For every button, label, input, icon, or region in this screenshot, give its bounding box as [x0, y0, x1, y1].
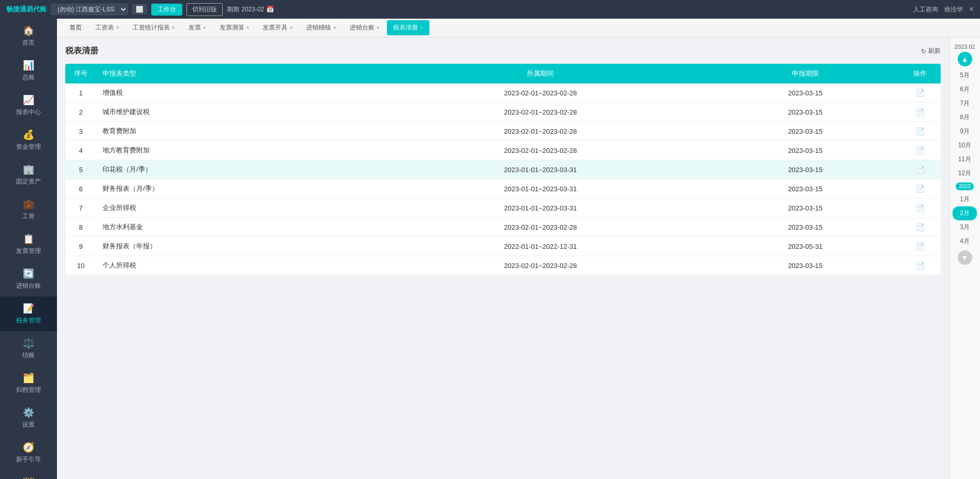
sidebar-label-salary: 工资: [22, 212, 35, 221]
copy-icon-btn[interactable]: ⬜: [132, 4, 147, 15]
tab-close-invoice-calc[interactable]: ×: [247, 25, 250, 31]
month-1[interactable]: 1月: [949, 192, 980, 206]
panel-up-button[interactable]: ▲: [958, 52, 972, 66]
inout-icon: 🔄: [23, 268, 34, 279]
workspace-button[interactable]: 工作台: [151, 4, 182, 16]
tab-salary-table[interactable]: 工资表 ×: [89, 20, 125, 35]
page-main: 税表清册 ↻ 刷新 序号 申报表类型 所属期间 申报期限 操作: [57, 37, 949, 479]
sidebar-item-member[interactable]: 👑 畅会员: [0, 470, 57, 479]
month-4[interactable]: 4月: [949, 234, 980, 248]
action-icon[interactable]: 📄: [916, 146, 925, 154]
switch-button[interactable]: 切到旧版: [186, 3, 223, 16]
tab-close-invoice-open[interactable]: ×: [290, 25, 293, 31]
cell-deadline: 2023-03-15: [711, 83, 899, 103]
sidebar-label-settings: 设置: [22, 420, 35, 429]
month-3[interactable]: 3月: [949, 220, 980, 234]
cell-action: 📄: [899, 179, 941, 199]
col-index: 序号: [65, 64, 96, 83]
col-deadline: 申报期限: [711, 64, 899, 83]
cell-type: 教育费附加: [96, 122, 370, 141]
action-icon[interactable]: 📄: [916, 261, 925, 270]
cell-index: 9: [65, 237, 96, 256]
tab-inout-check[interactable]: 进销稽核 ×: [300, 20, 342, 35]
sidebar-label-funds: 资金管理: [16, 143, 41, 151]
table-row: 1增值税2023-02-01~2023-02-282023-03-15📄: [65, 83, 941, 103]
action-icon[interactable]: 📄: [916, 223, 925, 231]
tab-tax-list[interactable]: 税表清册 ×: [387, 20, 429, 35]
sidebar-item-guide[interactable]: 🧭 新手引导: [0, 435, 57, 470]
tab-close-invoice[interactable]: ×: [203, 25, 206, 31]
sidebar-item-assets[interactable]: 🏢 固定资产: [0, 158, 57, 192]
sidebar-item-inout[interactable]: 🔄 进销台账: [0, 262, 57, 297]
panel-down-button[interactable]: ▼: [958, 250, 972, 265]
action-icon[interactable]: 📄: [916, 165, 925, 174]
period-label: 期期 2023-02 📅: [227, 5, 274, 14]
cell-period: 2023-01-01~2023-03-31: [370, 179, 712, 199]
cell-index: 1: [65, 83, 96, 103]
month-10[interactable]: 10月: [949, 138, 980, 152]
sidebar-item-report[interactable]: 📈 报表中心: [0, 88, 57, 123]
assets-icon: 🏢: [23, 164, 34, 175]
close-button[interactable]: ×: [969, 5, 974, 14]
tab-home[interactable]: 首页: [63, 20, 88, 35]
month-6[interactable]: 6月: [949, 82, 980, 96]
guide-icon: 🧭: [23, 442, 34, 453]
sidebar-item-ledger[interactable]: 📊 总账: [0, 53, 57, 88]
tab-close-tax-list[interactable]: ×: [420, 25, 423, 31]
ledger-icon: 📊: [23, 60, 34, 71]
sidebar-item-settings[interactable]: ⚙️ 设置: [0, 401, 57, 435]
month-5[interactable]: 5月: [949, 68, 980, 82]
sidebar-item-salary[interactable]: 💼 工资: [0, 192, 57, 227]
month-11[interactable]: 11月: [949, 152, 980, 166]
user-consult[interactable]: 人工咨询: [913, 5, 938, 14]
tab-invoice[interactable]: 发票 ×: [182, 20, 212, 35]
action-icon[interactable]: 📄: [916, 242, 925, 250]
month-12[interactable]: 12月: [949, 166, 980, 180]
action-icon[interactable]: 📄: [916, 108, 925, 116]
cell-action: 📄: [899, 160, 941, 179]
cell-deadline: 2023-03-15: [711, 122, 899, 141]
tab-inout-ledger[interactable]: 进销台账 ×: [343, 20, 386, 35]
sidebar-label-home: 首页: [22, 38, 35, 47]
month-8[interactable]: 8月: [949, 110, 980, 124]
cell-period: 2023-02-01~2023-02-28: [370, 256, 712, 275]
tab-salary-report[interactable]: 工资统计报表 ×: [126, 20, 181, 35]
sidebar-label-ledger: 总账: [22, 73, 35, 82]
sidebar-label-assets: 固定资产: [16, 177, 41, 186]
table-row: 7企业所得税2023-01-01~2023-03-312023-03-15📄: [65, 199, 941, 218]
action-icon[interactable]: 📄: [916, 127, 925, 135]
action-icon[interactable]: 📄: [916, 89, 925, 97]
action-icon[interactable]: 📄: [916, 204, 925, 212]
sidebar-item-archive[interactable]: 🗂️ 归档管理: [0, 366, 57, 401]
cell-type: 增值税: [96, 83, 370, 103]
year-2023-badge: 2023: [956, 182, 973, 190]
tab-invoice-calc[interactable]: 发票测算 ×: [213, 20, 256, 35]
tax-table: 序号 申报表类型 所属期间 申报期限 操作 1增值税2023-02-01~202…: [65, 64, 941, 275]
month-9[interactable]: 9月: [949, 124, 980, 138]
tab-close-salary-report[interactable]: ×: [172, 25, 175, 31]
sidebar-item-funds[interactable]: 💰 资金管理: [0, 123, 57, 158]
action-icon[interactable]: 📄: [916, 185, 925, 193]
top-bar-right: 人工咨询 徐泾华 ×: [913, 5, 974, 14]
sidebar-item-home[interactable]: 🏠 首页: [0, 19, 57, 53]
table-row: 5印花税（月/季）2023-01-01~2023-03-312023-03-15…: [65, 160, 941, 179]
archive-icon: 🗂️: [23, 372, 34, 384]
tab-close-inout-ledger[interactable]: ×: [377, 25, 380, 31]
sidebar-item-tax[interactable]: 📝 税务管理: [0, 297, 57, 331]
salary-icon: 💼: [23, 199, 34, 210]
refresh-icon: ↻: [921, 48, 926, 55]
cell-action: 📄: [899, 83, 941, 103]
tab-close-inout-check[interactable]: ×: [333, 25, 336, 31]
company-selector[interactable]: (勿动) 江西服宝-LSS: [51, 4, 128, 15]
cell-period: 2023-02-01~2023-02-28: [370, 218, 712, 237]
sidebar-item-invoice[interactable]: 📋 发票管理: [0, 227, 57, 262]
tab-invoice-open[interactable]: 发票开具 ×: [256, 20, 299, 35]
refresh-button[interactable]: ↻ 刷新: [921, 47, 941, 55]
panel-period-header: 2023.02: [949, 41, 980, 52]
month-7[interactable]: 7月: [949, 96, 980, 110]
cell-deadline: 2023-05-31: [711, 237, 899, 256]
month-2-active[interactable]: 2月: [953, 206, 977, 220]
tab-close-salary[interactable]: ×: [116, 25, 119, 31]
sidebar-item-settle[interactable]: ⚖️ 结账: [0, 331, 57, 366]
cell-index: 5: [65, 160, 96, 179]
